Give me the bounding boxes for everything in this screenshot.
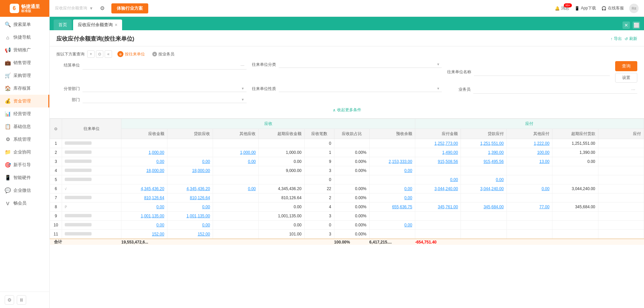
sidebar-item-search[interactable]: 🔍 搜索菜单	[0, 18, 49, 31]
partner-name-label: 往来单位名称	[447, 69, 471, 75]
table-row: 6√4,345,436.204,345,436.200.004,345,436.…	[50, 184, 644, 193]
sidebar-menu: 🔍 搜索菜单 ⌂ 快捷导航 📢 营销推广 💼 销售管理 🛒 采购管理 🏠 库存核…	[0, 17, 49, 292]
sidebar-label-system: 系统管理	[13, 136, 31, 142]
sidebar-item-hardware[interactable]: 📱 智能硬件	[0, 171, 49, 184]
th-partner: 往来单位	[62, 119, 121, 139]
settings-topbar-btn[interactable]: ⚙	[97, 3, 107, 13]
tab-home[interactable]: 首页	[54, 19, 72, 30]
notification-btn[interactable]: 🔔 消息 99+	[555, 5, 569, 11]
category-arrow-icon: ▼	[436, 62, 440, 66]
table-row: 500.000.00	[50, 175, 644, 184]
table-row: 100.000.000.0000.00%0.00	[50, 221, 644, 230]
collapse-bar[interactable]: ∧ 收起更多条件	[56, 106, 637, 114]
partner-name-input[interactable]	[474, 68, 610, 76]
salesperson-option-icon: ●	[152, 52, 157, 56]
home-icon: ⌂	[5, 34, 11, 40]
branch-arrow-icon: ▼	[241, 87, 245, 90]
refresh-button[interactable]: ↺ 刷新	[625, 36, 637, 42]
collapse-footer-btn[interactable]: ⏸	[17, 295, 26, 305]
sidebar-item-wechat[interactable]: 💬 企业微信	[0, 184, 49, 197]
app-download-btn[interactable]: 📱 App下载	[575, 5, 596, 11]
footer-ar-amount[interactable]: 19,553,472,6...	[121, 239, 167, 245]
service-btn[interactable]: 🎧 在线客服	[601, 5, 624, 11]
sidebar-item-basic[interactable]: 📋 基础信息	[0, 120, 49, 133]
partner-category-row: 往来单位分类 ▼	[252, 61, 442, 68]
option-by-partner[interactable]: ⊕ 按往来单位	[117, 51, 145, 57]
nature-arrow-icon: ▼	[436, 87, 440, 90]
partner-nature-select[interactable]: ▼	[279, 85, 442, 92]
sidebar-label-guide: 新手引导	[13, 162, 31, 168]
th-ar-loan: 贷款应收	[167, 129, 213, 139]
export-button[interactable]: ↑ 导出	[610, 36, 622, 42]
basic-icon: 📋	[5, 124, 11, 130]
sidebar-item-member[interactable]: V 畅会员	[0, 197, 49, 210]
table-wrapper[interactable]: ⚙ 往来单位 应收 应付 应收金额 贷款应收 其他应收 超期应收金额 应收笔数 …	[50, 119, 644, 308]
sidebar-item-collab[interactable]: 📁 企业协同	[0, 146, 49, 159]
tab-home-label: 首页	[58, 22, 67, 28]
footer-ap-amount[interactable]: -654,751.40	[415, 239, 461, 245]
salesperson-dots[interactable]: ···	[631, 87, 635, 92]
topbar: 应收应付余额查询 ▼ ⚙ 体验行业方案 🔔 消息 99+ 📱 App下载 🎧 在…	[50, 0, 644, 17]
page-actions: ↑ 导出 ↺ 刷新	[610, 36, 637, 42]
sidebar-logo: 6 畅捷通里 标准版	[0, 0, 49, 17]
marketing-icon: 📢	[5, 47, 11, 53]
sidebar-item-operations[interactable]: 📊 经营管理	[0, 107, 49, 120]
partner-category-select[interactable]: ▼	[279, 61, 442, 68]
th-ar-amount: 应收金额	[121, 129, 167, 139]
sidebar-item-guide[interactable]: 🎯 新手引导	[0, 159, 49, 171]
dept-arrow-icon: ▼	[241, 98, 245, 101]
search-options: ⊕ 按往来单位 ● 按业务员	[117, 51, 174, 57]
service-label: 在线客服	[608, 5, 624, 11]
footer-ap-loan	[461, 239, 506, 245]
tab-close-window-btn[interactable]: ✕	[623, 21, 630, 29]
breadcrumb-dropdown-icon[interactable]: ▼	[89, 6, 93, 11]
sidebar-item-quick[interactable]: ⌂ 快捷导航	[0, 31, 49, 44]
user-avatar[interactable]: Rit	[629, 4, 639, 13]
salesperson-select[interactable]: ···	[473, 85, 637, 94]
sidebar-item-inventory[interactable]: 🏠 库存核算	[0, 82, 49, 95]
sidebar-label-sales: 销售管理	[13, 60, 31, 66]
sidebar-footer: ⚙ ⏸	[0, 292, 49, 308]
settings-footer-btn[interactable]: ⚙	[5, 295, 14, 305]
setting-button[interactable]: 设置	[615, 73, 637, 83]
settlement-select[interactable]: ···	[83, 61, 247, 70]
query-button[interactable]: 查询	[615, 61, 637, 71]
department-select[interactable]: ▼	[83, 96, 247, 103]
department-label: 部门	[56, 97, 80, 103]
logo-name: 畅捷通里	[21, 4, 40, 9]
branch-dept-select[interactable]: ▼	[83, 85, 247, 92]
tab-ar-ap[interactable]: 应收应付余额查询 ×	[73, 19, 122, 30]
notification-badge: 99+	[564, 3, 572, 7]
add-scheme-btn[interactable]: +	[87, 50, 95, 58]
footer-ar-count	[304, 239, 334, 245]
salesperson-row: 业务员 ···	[447, 85, 637, 94]
option-by-salesperson[interactable]: ● 按业务员	[152, 51, 174, 57]
scheme-label: 按以下方案查询	[56, 51, 85, 57]
settlement-unit-row: 结算单位 ···	[56, 61, 247, 70]
user-text: Rit	[632, 6, 636, 10]
tab-close-icon[interactable]: ×	[115, 22, 117, 28]
operations-icon: 📊	[5, 111, 11, 117]
solution-button[interactable]: 体验行业方案	[111, 3, 148, 13]
collapse-scheme-btn[interactable]: «	[105, 50, 112, 58]
collapse-label: 收起更多条件	[337, 107, 361, 113]
logo-icon: 6	[10, 4, 19, 13]
sidebar: 6 畅捷通里 标准版 🔍 搜索菜单 ⌂ 快捷导航 📢 营销推广 💼 销售管理 🛒…	[0, 0, 50, 308]
sidebar-item-sales[interactable]: 💼 销售管理	[0, 56, 49, 69]
th-ap-group: 应付	[415, 119, 644, 129]
sales-icon: 💼	[5, 60, 11, 66]
sidebar-item-system[interactable]: ⚙ 系统管理	[0, 133, 49, 146]
sidebar-item-marketing[interactable]: 📢 营销推广	[0, 44, 49, 56]
th-ar-other: 其他应收	[213, 129, 259, 139]
settlement-dots[interactable]: ···	[240, 62, 245, 68]
settings-scheme-btn[interactable]: ⊙	[96, 50, 103, 58]
app-icon: 📱	[575, 6, 580, 11]
sidebar-item-purchase[interactable]: 🛒 采购管理	[0, 69, 49, 82]
sidebar-label-quick: 快捷导航	[13, 34, 31, 40]
sidebar-item-finance[interactable]: 💰 资金管理	[0, 95, 49, 107]
scheme-buttons: + ⊙ «	[87, 50, 112, 58]
tab-fullscreen-btn[interactable]: ⬜	[633, 21, 640, 29]
th-settings[interactable]: ⚙	[50, 119, 62, 139]
table-settings-icon[interactable]: ⚙	[54, 127, 58, 131]
breadcrumb-text: 应收应付余额查询	[55, 5, 87, 11]
